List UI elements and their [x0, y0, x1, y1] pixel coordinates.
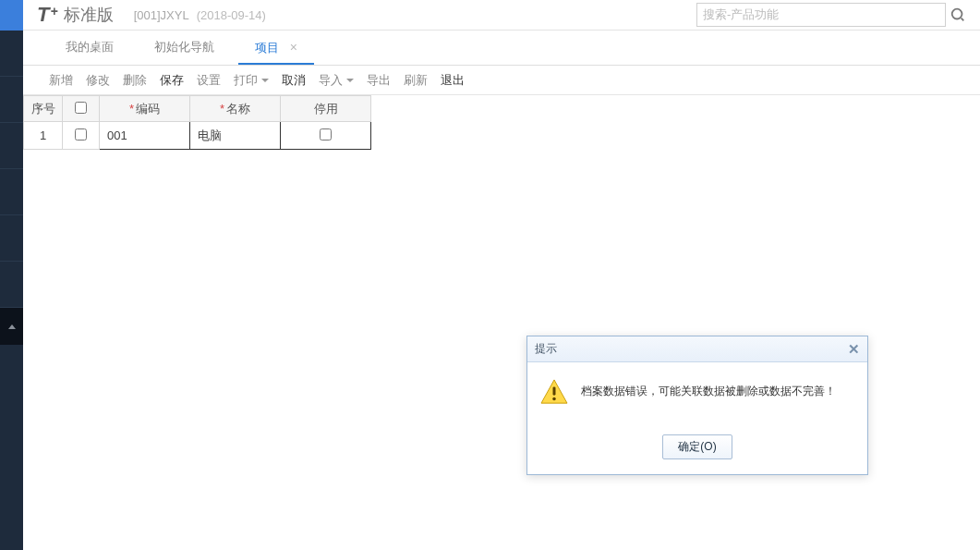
chevron-up-icon [8, 324, 16, 329]
refresh-button[interactable]: 刷新 [404, 72, 428, 89]
cell-disabled[interactable] [281, 122, 371, 150]
disabled-checkbox[interactable] [320, 128, 332, 141]
col-code: *编码 [100, 96, 190, 122]
delete-button[interactable]: 删除 [123, 72, 147, 89]
svg-point-0 [952, 9, 962, 19]
sidebar-collapse-toggle[interactable] [0, 308, 23, 345]
chevron-down-icon [261, 79, 269, 82]
tab-bar: 我的桌面 初始化导航 项目 × [23, 31, 980, 66]
svg-point-4 [552, 397, 556, 401]
org-code: [001]JXYL [134, 8, 189, 22]
cell-code[interactable]: 001 [100, 122, 190, 150]
search-input[interactable]: 搜索-产品功能 [696, 3, 946, 27]
table-row[interactable]: 1 001 电脑 [24, 122, 371, 150]
tab-init-nav[interactable]: 初始化导航 [138, 30, 231, 65]
org-date: (2018-09-14) [197, 8, 266, 22]
save-button[interactable]: 保存 [160, 72, 184, 89]
data-table: 序号 *编码 *名称 停用 1 001 电脑 [23, 95, 980, 150]
sidebar [0, 0, 23, 550]
logo-text: T [37, 3, 48, 27]
ok-button[interactable]: 确定(O) [662, 434, 732, 459]
dialog-title-text: 提示 [535, 341, 557, 357]
warning-icon [540, 379, 568, 405]
app-logo-icon[interactable] [0, 0, 23, 31]
cell-check[interactable] [63, 122, 100, 150]
sidebar-item[interactable] [0, 262, 23, 308]
col-name: *名称 [190, 96, 281, 122]
settings-button[interactable]: 设置 [197, 72, 221, 89]
close-icon[interactable]: ✕ [848, 341, 860, 358]
new-button[interactable]: 新增 [49, 72, 73, 89]
sidebar-item[interactable] [0, 77, 23, 123]
sidebar-item[interactable] [0, 169, 23, 215]
chevron-down-icon [346, 79, 354, 82]
exit-button[interactable]: 退出 [441, 72, 465, 89]
row-checkbox[interactable] [75, 128, 87, 141]
logo-plus: + [50, 4, 57, 18]
col-seq: 序号 [24, 96, 63, 122]
print-button[interactable]: 打印 [234, 72, 269, 89]
sidebar-item[interactable] [0, 215, 23, 262]
alert-dialog: 提示 ✕ 档案数据错误，可能关联数据被删除或数据不完善！ 确定(O) [526, 336, 868, 475]
search-icon[interactable] [950, 6, 966, 23]
close-icon[interactable]: × [290, 40, 297, 55]
header: T + 标准版 [001]JXYL (2018-09-14) 搜索-产品功能 [23, 0, 980, 31]
checkbox-all[interactable] [75, 102, 87, 114]
col-check-all[interactable] [63, 96, 100, 122]
cancel-button[interactable]: 取消 [282, 72, 306, 89]
edit-button[interactable]: 修改 [86, 72, 110, 89]
cell-seq: 1 [24, 122, 63, 150]
export-button[interactable]: 导出 [367, 72, 391, 89]
search-placeholder: 搜索-产品功能 [703, 6, 779, 23]
dialog-message: 档案数据错误，可能关联数据被删除或数据不完善！ [581, 379, 836, 400]
sidebar-item[interactable] [0, 123, 23, 169]
tab-project[interactable]: 项目 × [238, 30, 314, 65]
svg-rect-3 [553, 386, 556, 395]
toolbar: 新增 修改 删除 保存 设置 打印 取消 导入 导出 刷新 退出 [23, 66, 980, 95]
import-button[interactable]: 导入 [319, 72, 354, 89]
cell-name[interactable]: 电脑 [190, 122, 281, 150]
tab-desktop[interactable]: 我的桌面 [49, 30, 130, 65]
svg-line-1 [962, 18, 965, 22]
sidebar-item[interactable] [0, 31, 23, 77]
col-disabled: 停用 [281, 96, 371, 122]
dialog-titlebar[interactable]: 提示 ✕ [527, 336, 867, 362]
app-logo: T + [37, 3, 58, 27]
edition-label: 标准版 [64, 4, 114, 26]
